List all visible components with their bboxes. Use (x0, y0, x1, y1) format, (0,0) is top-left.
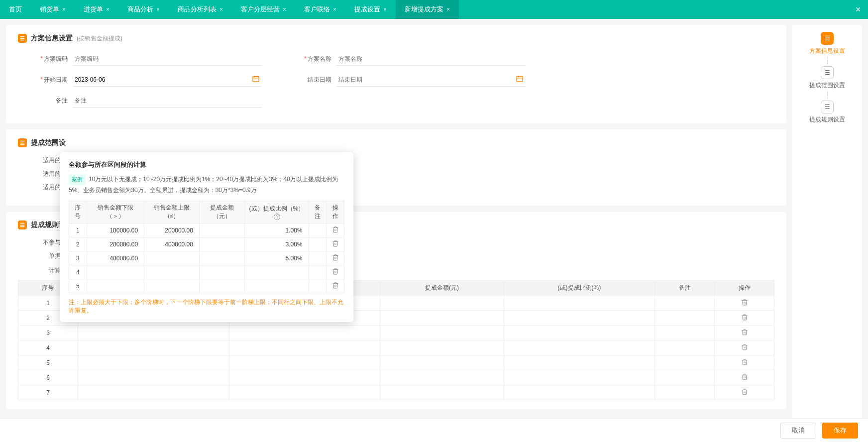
tab-提成设置[interactable]: 提成设置× (345, 0, 396, 19)
tab-bar: 首页销货单×进货单×商品分析×商品分析列表×客户分层经营×客户联络×提成设置×新… (0, 0, 868, 19)
tab-close-icon[interactable]: × (333, 6, 336, 13)
tab-close-icon[interactable]: × (156, 6, 160, 13)
tab-close-icon[interactable]: × (383, 6, 387, 13)
tab-close-icon[interactable]: × (446, 6, 450, 13)
tab-新增提成方案[interactable]: 新增提成方案× (396, 0, 459, 19)
tab-销货单[interactable]: 销货单× (31, 0, 75, 19)
tab-close-icon[interactable]: × (219, 6, 223, 13)
tab-首页[interactable]: 首页 (0, 0, 31, 19)
tab-进货单[interactable]: 进货单× (75, 0, 118, 19)
tab-close-icon[interactable]: × (106, 6, 109, 13)
tab-客户分层经营[interactable]: 客户分层经营× (232, 0, 295, 19)
tabbar-close-icon[interactable]: × (848, 0, 868, 19)
tab-客户联络[interactable]: 客户联络× (295, 0, 345, 19)
tab-商品分析列表[interactable]: 商品分析列表× (169, 0, 232, 19)
tab-商品分析[interactable]: 商品分析× (118, 0, 169, 19)
tab-close-icon[interactable]: × (62, 6, 66, 13)
tab-close-icon[interactable]: × (283, 6, 286, 13)
